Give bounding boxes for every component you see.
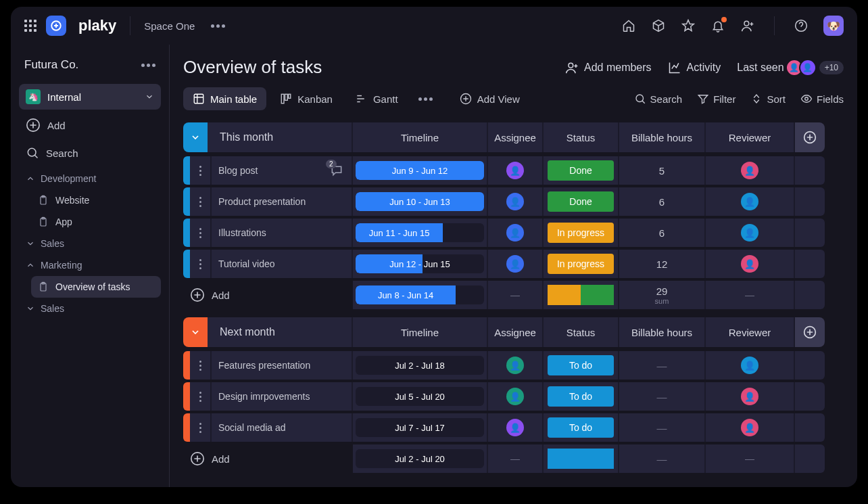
- col-assignee[interactable]: Assignee: [488, 122, 544, 152]
- task-timeline[interactable]: Jun 10 - Jun 13: [353, 187, 488, 216]
- task-hours[interactable]: 6: [619, 187, 706, 216]
- bell-icon[interactable]: [710, 18, 725, 33]
- task-timeline[interactable]: Jun 9 - Jun 12: [353, 156, 488, 185]
- cube-icon[interactable]: [651, 18, 666, 33]
- task-reviewer[interactable]: 👤: [706, 187, 795, 216]
- task-status[interactable]: To do: [544, 382, 619, 411]
- task-status[interactable]: Done: [544, 156, 619, 185]
- task-name[interactable]: Social media ad: [212, 413, 353, 442]
- add-view-button[interactable]: Add View: [450, 87, 529, 110]
- task-status[interactable]: In progress: [544, 219, 619, 247]
- sidebar-page[interactable]: Website: [31, 189, 161, 211]
- task-assignee[interactable]: 👤: [488, 413, 544, 442]
- task-status[interactable]: Done: [544, 187, 619, 216]
- row-menu[interactable]: [190, 219, 212, 247]
- task-row[interactable]: Social media ad Jul 7 - Jul 17 👤 To do —…: [183, 413, 844, 442]
- task-row[interactable]: Blog post2 Jun 9 - Jun 12 👤 Done 5 👤: [183, 156, 844, 185]
- row-menu[interactable]: [190, 250, 212, 278]
- add-members-button[interactable]: Add members: [565, 61, 652, 74]
- help-icon[interactable]: [794, 18, 809, 33]
- org-name[interactable]: Futura Co.: [24, 58, 78, 72]
- views-more-icon[interactable]: [418, 97, 433, 101]
- task-reviewer[interactable]: 👤: [706, 413, 795, 442]
- col-status[interactable]: Status: [544, 122, 619, 152]
- task-hours[interactable]: —: [619, 351, 706, 380]
- home-icon[interactable]: [621, 18, 636, 33]
- task-status[interactable]: To do: [544, 351, 619, 380]
- sidebar-group[interactable]: Development: [19, 168, 161, 189]
- task-timeline[interactable]: Jun 11 - Jun 15: [353, 219, 488, 247]
- user-avatar[interactable]: 🐶: [823, 16, 844, 36]
- sidebar-page[interactable]: Overview of tasks: [31, 276, 161, 298]
- group-name[interactable]: Next month: [208, 317, 353, 347]
- task-timeline[interactable]: Jul 7 - Jul 17: [353, 413, 488, 442]
- col-timeline[interactable]: Timeline: [353, 122, 488, 152]
- tool-search[interactable]: Search: [634, 93, 683, 105]
- sidebar-group[interactable]: Sales: [19, 233, 161, 254]
- task-row[interactable]: Tutorial video Jun 12 - Jun 15 👤 In prog…: [183, 250, 844, 278]
- task-assignee[interactable]: 👤: [488, 187, 544, 216]
- sidebar-group[interactable]: Sales: [19, 298, 161, 319]
- task-reviewer[interactable]: 👤: [706, 156, 795, 185]
- task-row[interactable]: Product presentation Jun 10 - Jun 13 👤 D…: [183, 187, 844, 216]
- workspace-selector[interactable]: 🦄 Internal: [19, 84, 161, 110]
- task-reviewer[interactable]: 👤: [706, 351, 795, 380]
- row-menu[interactable]: [190, 413, 212, 442]
- add-task-row[interactable]: Add Jul 2 - Jul 20 — — —: [183, 444, 844, 473]
- task-row[interactable]: Features presentation Jul 2 - Jul 18 👤 T…: [183, 351, 844, 380]
- view-main-table[interactable]: Main table: [183, 87, 266, 110]
- task-timeline[interactable]: Jul 2 - Jul 18: [353, 351, 488, 380]
- task-timeline[interactable]: Jul 5 - Jul 20: [353, 382, 488, 411]
- col-assignee[interactable]: Assignee: [488, 317, 544, 347]
- row-menu[interactable]: [190, 351, 212, 380]
- comment-badge[interactable]: 2: [330, 164, 343, 177]
- tool-fields[interactable]: Fields: [800, 93, 844, 105]
- task-timeline[interactable]: Jun 12 - Jun 15: [353, 250, 488, 278]
- task-name[interactable]: Blog post2: [212, 156, 353, 185]
- view-gantt[interactable]: Gantt: [346, 87, 408, 110]
- task-hours[interactable]: —: [619, 382, 706, 411]
- space-name[interactable]: Space One: [144, 20, 195, 32]
- task-row[interactable]: Illustrations Jun 11 - Jun 15 👤 In progr…: [183, 219, 844, 247]
- sidebar-search[interactable]: Search: [19, 141, 161, 165]
- activity-button[interactable]: Activity: [668, 61, 721, 74]
- sidebar-page[interactable]: App: [31, 211, 161, 233]
- col-hours[interactable]: Billable hours: [619, 122, 706, 152]
- add-column-button[interactable]: [795, 317, 825, 347]
- add-user-icon[interactable]: [740, 18, 755, 33]
- task-reviewer[interactable]: 👤: [706, 250, 795, 278]
- task-name[interactable]: Features presentation: [212, 351, 353, 380]
- view-kanban[interactable]: Kanban: [270, 87, 342, 110]
- task-reviewer[interactable]: 👤: [706, 219, 795, 247]
- add-task-row[interactable]: Add Jun 8 - Jun 14 — 29sum —: [183, 281, 844, 309]
- col-hours[interactable]: Billable hours: [619, 317, 706, 347]
- task-status[interactable]: To do: [544, 413, 619, 442]
- task-assignee[interactable]: 👤: [488, 351, 544, 380]
- task-hours[interactable]: —: [619, 413, 706, 442]
- sidebar-group[interactable]: Marketing: [19, 254, 161, 276]
- tool-sort[interactable]: Sort: [750, 93, 786, 105]
- task-hours[interactable]: 6: [619, 219, 706, 247]
- task-name[interactable]: Illustrations: [212, 219, 353, 247]
- task-hours[interactable]: 12: [619, 250, 706, 278]
- group-name[interactable]: This month: [208, 122, 353, 152]
- col-timeline[interactable]: Timeline: [353, 317, 488, 347]
- task-reviewer[interactable]: 👤: [706, 382, 795, 411]
- col-reviewer[interactable]: Reviewer: [706, 317, 795, 347]
- col-reviewer[interactable]: Reviewer: [706, 122, 795, 152]
- task-status[interactable]: In progress: [544, 250, 619, 278]
- task-assignee[interactable]: 👤: [488, 382, 544, 411]
- col-status[interactable]: Status: [544, 317, 619, 347]
- star-icon[interactable]: [681, 18, 696, 33]
- row-menu[interactable]: [190, 187, 212, 216]
- last-seen[interactable]: Last seen 👤 👤 +10: [737, 59, 844, 76]
- task-name[interactable]: Design imrpovements: [212, 382, 353, 411]
- task-row[interactable]: Design imrpovements Jul 5 - Jul 20 👤 To …: [183, 382, 844, 411]
- task-name[interactable]: Product presentation: [212, 187, 353, 216]
- tool-filter[interactable]: Filter: [697, 93, 736, 105]
- add-column-button[interactable]: [795, 122, 825, 152]
- apps-grid-icon[interactable]: [24, 20, 37, 32]
- group-toggle[interactable]: [183, 122, 208, 152]
- task-assignee[interactable]: 👤: [488, 156, 544, 185]
- row-menu[interactable]: [190, 156, 212, 185]
